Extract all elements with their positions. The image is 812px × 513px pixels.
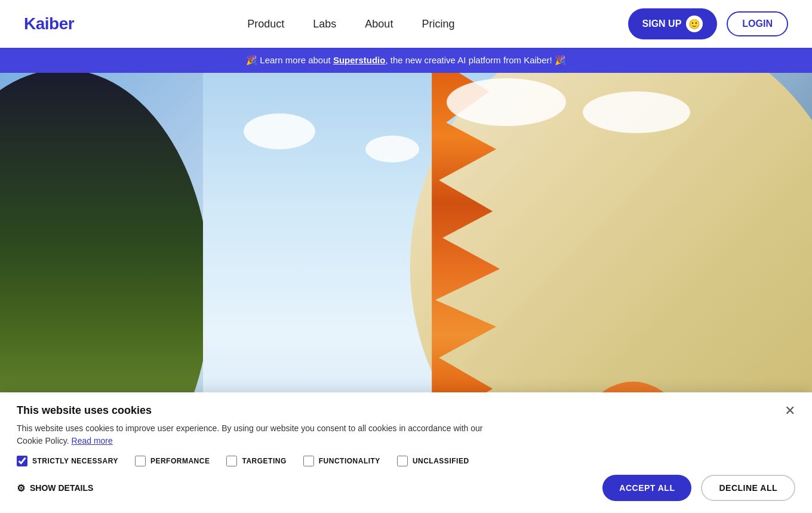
signup-label: SIGN UP bbox=[642, 19, 682, 29]
banner-suffix: , the new creative AI platform from Kaib… bbox=[385, 55, 565, 65]
cookie-close-button[interactable]: ✕ bbox=[785, 404, 795, 417]
cloud-2 bbox=[583, 91, 690, 133]
cookie-title: This website uses cookies bbox=[17, 404, 152, 417]
nav-pricing[interactable]: Pricing bbox=[422, 18, 454, 30]
login-button[interactable]: LOGIN bbox=[727, 11, 788, 36]
nav-product[interactable]: Product bbox=[247, 18, 284, 30]
decline-all-button[interactable]: DECLINE ALL bbox=[701, 475, 795, 501]
cloud-4 bbox=[447, 78, 566, 126]
cookie-banner: This website uses cookies ✕ This website… bbox=[0, 392, 812, 513]
announcement-banner: 🎉 Learn more about Superstudio, the new … bbox=[0, 48, 812, 73]
checkbox-strictly-necessary[interactable]: STRICTLY NECESSARY bbox=[17, 456, 118, 466]
nav-about[interactable]: About bbox=[365, 18, 393, 30]
navbar: Kaiber Product Labs About Pricing SIGN U… bbox=[0, 0, 812, 48]
cookie-action-buttons: ACCEPT ALL DECLINE ALL bbox=[602, 475, 795, 501]
superstudio-link[interactable]: Superstudio bbox=[333, 55, 386, 65]
checkbox-performance[interactable]: PERFORMANCE bbox=[135, 456, 210, 466]
signup-button[interactable]: SIGN UP 🙂 bbox=[628, 8, 718, 39]
cookie-footer: ⚙ SHOW DETAILS ACCEPT ALL DECLINE ALL bbox=[17, 475, 795, 501]
gear-icon: ⚙ bbox=[17, 483, 25, 494]
show-details-label: SHOW DETAILS bbox=[30, 483, 93, 493]
nav-labs[interactable]: Labs bbox=[313, 18, 336, 30]
brand-logo[interactable]: Kaiber bbox=[24, 14, 74, 33]
read-more-link[interactable]: Read more bbox=[72, 436, 113, 446]
show-details-button[interactable]: ⚙ SHOW DETAILS bbox=[17, 483, 93, 494]
smiley-icon: 🙂 bbox=[686, 16, 703, 32]
checkbox-unclassified[interactable]: UNCLASSIFIED bbox=[397, 456, 469, 466]
cloud-1 bbox=[244, 113, 315, 149]
cookie-description: This website uses cookies to improve use… bbox=[17, 422, 494, 447]
checkbox-targeting[interactable]: TARGETING bbox=[226, 456, 286, 466]
banner-prefix: 🎉 Learn more about bbox=[246, 55, 333, 65]
cookie-checkboxes: STRICTLY NECESSARY PERFORMANCE TARGETING… bbox=[17, 456, 795, 466]
accept-all-button[interactable]: ACCEPT ALL bbox=[602, 475, 691, 501]
nav-actions: SIGN UP 🙂 LOGIN bbox=[628, 8, 788, 39]
nav-links: Product Labs About Pricing bbox=[247, 18, 454, 30]
cookie-header: This website uses cookies ✕ bbox=[17, 404, 795, 417]
checkbox-functionality[interactable]: FUNCTIONALITY bbox=[303, 456, 380, 466]
